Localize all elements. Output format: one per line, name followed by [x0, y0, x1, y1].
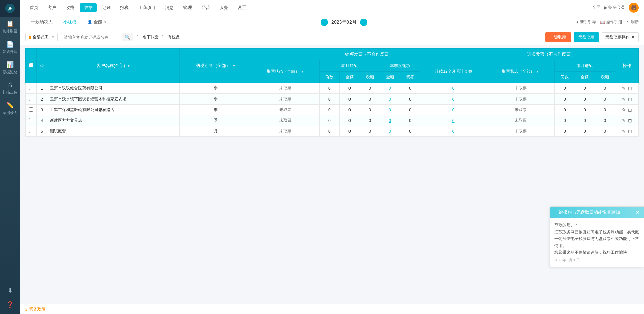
checkbox-has-disk[interactable]: 有税盘 — [162, 34, 180, 40]
topnav-operation[interactable]: 经营 — [197, 3, 214, 12]
select-all-checkbox[interactable] — [29, 63, 33, 67]
notification-title: 一键报税与无盘取票功能恢复通知 — [554, 209, 620, 215]
notification-close-btn[interactable]: ✕ — [636, 210, 640, 215]
manual-btn[interactable]: 📖 操作手册 — [600, 19, 622, 25]
sidebar-help[interactable]: ❓ — [0, 299, 20, 311]
table-row: 2 卫辉市汲水镇下园调香烟营木种植家庭农场 季 未取票 0 0 0 0 0 0 … — [26, 94, 639, 105]
view-icon-4[interactable]: ⊡ — [628, 129, 632, 134]
tab-general-taxpayer[interactable]: 一般纳税人 — [25, 15, 58, 29]
table-row: 1 卫辉市玖玖健合医药有限公司 季 未取票 0 0 0 0 0 0 未取票 0 … — [26, 83, 639, 94]
edit-icon-2[interactable]: ✎ — [622, 107, 626, 113]
new-guide-btn[interactable]: ✦ 新手引导 — [576, 19, 596, 25]
row-period-3: 季 — [179, 115, 252, 126]
row-s-month-count-0: 0 — [319, 83, 339, 94]
sidebar-item-invoice-entry[interactable]: ✏️ 票据录入 — [0, 98, 20, 119]
edit-icon-0[interactable]: ✎ — [622, 86, 626, 91]
th-12month: 连续12个月累计金额 — [420, 60, 487, 83]
member-btn[interactable]: ▶ 畅享会员 — [604, 5, 625, 10]
fullscreen-btn[interactable]: ⛶ 全屏 — [587, 5, 600, 10]
one-click-fetch-btn[interactable]: 一键取票 — [545, 32, 571, 42]
sidebar-item-issue-invoice[interactable]: 📄 发票开具 — [0, 37, 20, 58]
topnav-business[interactable]: 工商项目 — [134, 3, 160, 12]
row-checkbox-1[interactable] — [26, 94, 37, 105]
table-row: 3 卫辉市保和堂医药有限公司忠翟路店 季 未取票 0 0 0 0 0 0 未取票… — [26, 105, 639, 115]
row-actions-1: ✎ ⊡ — [615, 94, 639, 105]
view-icon-1[interactable]: ⊡ — [628, 97, 632, 102]
row-actions-4: ✎ ⊡ — [615, 126, 639, 137]
table-row: 5 测试账套 月 未取票 0 0 0 0 0 0 未取票 0 0 0 ✎ ⊡ — [26, 126, 639, 137]
th-sales-status: 取票状态（全部） ▼ — [252, 60, 319, 83]
topnav-message[interactable]: 消息 — [161, 3, 178, 12]
search-button[interactable]: 🔍 — [122, 33, 133, 41]
tax-policy-link[interactable]: 税务政策 — [29, 306, 45, 312]
topnav-billing[interactable]: 收费 — [62, 3, 78, 12]
sidebar-item-smart-fetch[interactable]: 📋 智能取票 — [0, 17, 20, 37]
topnav-service[interactable]: 服务 — [215, 3, 232, 12]
own-accounts-checkbox[interactable] — [137, 35, 141, 39]
input-status-filter-icon[interactable]: ▼ — [536, 70, 539, 73]
tab-all[interactable]: 👤 全能 ▼ — [82, 15, 112, 29]
sidebar-bottom: ⬇ ❓ — [0, 285, 20, 314]
topnav-bookkeeping[interactable]: 记账 — [98, 3, 115, 12]
row-i-month-tax-2: 0 — [595, 105, 615, 115]
content: 一般纳税人 小规模 👤 全能 ▼ ‹ 2023年02月 › ✦ 新手引导 — [20, 15, 644, 314]
row-input-status-4: 未取票 — [487, 126, 554, 137]
th-sales-group: 销项发票（不合作废票） — [252, 49, 487, 60]
row-checkbox-3[interactable] — [26, 115, 37, 126]
row-sales-status-2: 未取票 — [252, 105, 319, 115]
info-icon: ℹ — [25, 307, 27, 312]
has-disk-checkbox[interactable] — [162, 35, 166, 39]
topnav-manage[interactable]: 管理 — [179, 3, 196, 12]
row-client-1: 卫辉市汲水镇下园调香烟营木种植家庭农场 — [47, 94, 180, 105]
smart-fetch-icon: 📋 — [6, 20, 14, 27]
refresh-btn[interactable]: ↻ 刷新 — [626, 19, 639, 25]
sales-status-filter-icon[interactable]: ▼ — [301, 70, 304, 73]
period-filter-icon[interactable]: ▼ — [232, 64, 236, 68]
edit-icon-1[interactable]: ✎ — [622, 97, 626, 102]
th-client: 客户名称(全部) ▼ — [47, 49, 180, 83]
view-icon-0[interactable]: ⊡ — [628, 86, 632, 91]
sidebar-item-invoice-summary[interactable]: 📊 票据汇总 — [0, 58, 20, 78]
row-s-month-tax-1: 0 — [360, 94, 380, 105]
row-s-month-amount-1: 0 — [339, 94, 360, 105]
row-period-0: 季 — [179, 83, 252, 94]
sidebar-download[interactable]: ⬇ — [0, 285, 20, 297]
settings-icon[interactable]: ⚙ — [40, 63, 44, 68]
row-client-3: 新建区方方文具店 — [47, 115, 180, 126]
month-next-btn[interactable]: › — [360, 19, 367, 26]
issue-invoice-icon: 📄 — [6, 41, 14, 48]
no-disk-op-btn[interactable]: 无盘取票操作 ▼ — [602, 32, 639, 42]
notification-closing: 给您带来的不便敬请谅解，祝您工作愉快！ — [554, 249, 640, 256]
row-checkbox-2[interactable] — [26, 105, 37, 115]
tab-small-scale[interactable]: 小规模 — [58, 15, 82, 29]
row-period-2: 季 — [179, 105, 252, 115]
employee-select[interactable]: 全部员工 ▼ — [25, 33, 58, 41]
topnav-items: 首页 客户 收费 票据 记账 报税 工商项目 消息 管理 经营 服务 设置 — [25, 3, 587, 12]
row-client-4: 测试账套 — [47, 126, 180, 137]
edit-icon-4[interactable]: ✎ — [622, 129, 626, 134]
row-client-2: 卫辉市保和堂医药有限公司忠翟路店 — [47, 105, 180, 115]
topnav-invoice[interactable]: 票据 — [80, 3, 97, 12]
scan-upload-icon: 🖨 — [7, 81, 13, 88]
row-checkbox-4[interactable] — [26, 126, 37, 137]
search-box: 🔍 — [61, 33, 133, 41]
svg-point-1 — [9, 7, 11, 9]
topnav-client[interactable]: 客户 — [44, 3, 60, 12]
row-checkbox-0[interactable] — [26, 83, 37, 94]
view-icon-2[interactable]: ⊡ — [628, 107, 632, 113]
topnav-tax[interactable]: 报税 — [116, 3, 133, 12]
edit-icon-3[interactable]: ✎ — [622, 118, 626, 123]
search-input[interactable] — [61, 34, 122, 41]
row-sales-status-1: 未取票 — [252, 94, 319, 105]
th-month-input: 本月进项 — [554, 60, 615, 72]
view-icon-3[interactable]: ⊡ — [628, 118, 632, 123]
topnav-home[interactable]: 首页 — [25, 3, 42, 12]
month-prev-btn[interactable]: ‹ — [321, 19, 328, 26]
sidebar-item-scan-upload[interactable]: 🖨 扫描上传 — [0, 78, 20, 98]
no-disk-fetch-btn[interactable]: 无盘取票 — [574, 32, 599, 42]
avatar[interactable]: 🐻 — [629, 3, 639, 13]
topnav-settings[interactable]: 设置 — [233, 3, 250, 12]
client-filter-icon[interactable]: ▼ — [127, 64, 130, 68]
row-actions-3: ✎ ⊡ — [615, 115, 639, 126]
checkbox-own-accounts[interactable]: 名下账套 — [137, 34, 159, 40]
